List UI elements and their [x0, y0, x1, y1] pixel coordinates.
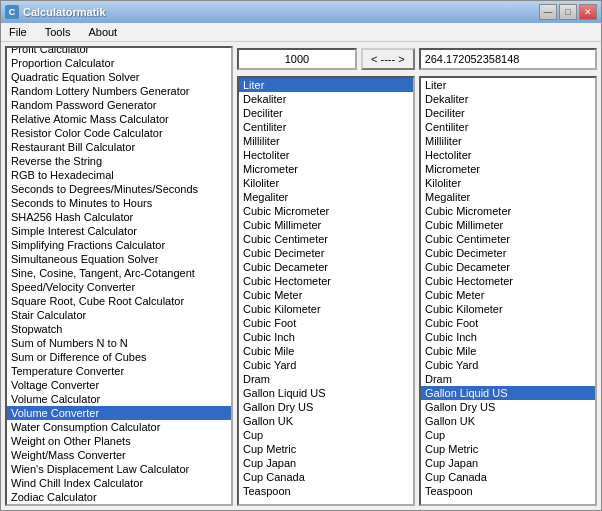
- unit-item-left[interactable]: Centiliter: [239, 120, 413, 134]
- unit-item-right[interactable]: Gallon Liquid US: [421, 386, 595, 400]
- unit-item-right[interactable]: Teaspoon: [421, 484, 595, 498]
- unit-item-left[interactable]: Gallon Dry US: [239, 400, 413, 414]
- unit-item-right[interactable]: Cup Metric: [421, 442, 595, 456]
- unit-item-right[interactable]: Milliliter: [421, 134, 595, 148]
- unit-item-right[interactable]: Micrometer: [421, 162, 595, 176]
- list-item[interactable]: Sine, Cosine, Tangent, Arc-Cotangent: [7, 266, 231, 280]
- unit-item-right[interactable]: Cup: [421, 428, 595, 442]
- list-item[interactable]: Wien's Displacement Law Calculator: [7, 462, 231, 476]
- unit-item-right[interactable]: Cubic Centimeter: [421, 232, 595, 246]
- menu-about[interactable]: About: [84, 25, 121, 39]
- list-item[interactable]: Quadratic Equation Solver: [7, 70, 231, 84]
- unit-item-right[interactable]: Cup Canada: [421, 470, 595, 484]
- unit-item-right[interactable]: Cubic Decameter: [421, 260, 595, 274]
- list-item[interactable]: Water Consumption Calculator: [7, 420, 231, 434]
- unit-item-right[interactable]: Dekaliter: [421, 92, 595, 106]
- unit-item-right[interactable]: Gallon Dry US: [421, 400, 595, 414]
- menu-file[interactable]: File: [5, 25, 31, 39]
- unit-list-left[interactable]: LiterDekaliterDeciliterCentiliterMillili…: [237, 76, 415, 506]
- list-item[interactable]: SHA256 Hash Calculator: [7, 210, 231, 224]
- unit-item-left[interactable]: Cubic Yard: [239, 358, 413, 372]
- unit-item-right[interactable]: Cubic Millimeter: [421, 218, 595, 232]
- unit-item-left[interactable]: Milliliter: [239, 134, 413, 148]
- unit-item-left[interactable]: Liter: [239, 78, 413, 92]
- unit-item-right[interactable]: Liter: [421, 78, 595, 92]
- unit-item-right[interactable]: Gallon UK: [421, 414, 595, 428]
- unit-item-left[interactable]: Cubic Micrometer: [239, 204, 413, 218]
- unit-item-left[interactable]: Teaspoon: [239, 484, 413, 498]
- unit-item-left[interactable]: Cup Canada: [239, 470, 413, 484]
- unit-item-left[interactable]: Kiloliter: [239, 176, 413, 190]
- unit-item-left[interactable]: Cup Metric: [239, 442, 413, 456]
- list-item[interactable]: RGB to Hexadecimal: [7, 168, 231, 182]
- unit-item-left[interactable]: Hectoliter: [239, 148, 413, 162]
- unit-item-right[interactable]: Cubic Kilometer: [421, 302, 595, 316]
- list-item[interactable]: Simplifying Fractions Calculator: [7, 238, 231, 252]
- menu-tools[interactable]: Tools: [41, 25, 75, 39]
- list-item[interactable]: Voltage Converter: [7, 378, 231, 392]
- close-button[interactable]: ✕: [579, 4, 597, 20]
- unit-item-right[interactable]: Cubic Meter: [421, 288, 595, 302]
- unit-item-left[interactable]: Cubic Decimeter: [239, 246, 413, 260]
- unit-item-left[interactable]: Dram: [239, 372, 413, 386]
- maximize-button[interactable]: □: [559, 4, 577, 20]
- unit-item-left[interactable]: Gallon Liquid US: [239, 386, 413, 400]
- unit-item-right[interactable]: Cubic Yard: [421, 358, 595, 372]
- list-item[interactable]: Profit Calculator: [7, 46, 231, 56]
- unit-item-right[interactable]: Cubic Decimeter: [421, 246, 595, 260]
- list-item[interactable]: Volume Converter: [7, 406, 231, 420]
- list-item[interactable]: Weight on Other Planets: [7, 434, 231, 448]
- unit-item-left[interactable]: Deciliter: [239, 106, 413, 120]
- list-item[interactable]: Weight/Mass Converter: [7, 448, 231, 462]
- calculator-list[interactable]: Profit CalculatorProportion CalculatorQu…: [5, 46, 233, 506]
- list-item[interactable]: Relative Atomic Mass Calculator: [7, 112, 231, 126]
- converter-input[interactable]: [237, 48, 357, 70]
- list-item[interactable]: Simultaneous Equation Solver: [7, 252, 231, 266]
- unit-item-right[interactable]: Cup Japan: [421, 456, 595, 470]
- unit-list-right[interactable]: LiterDekaliterDeciliterCentiliterMillili…: [419, 76, 597, 506]
- minimize-button[interactable]: —: [539, 4, 557, 20]
- unit-item-left[interactable]: Cubic Kilometer: [239, 302, 413, 316]
- list-item[interactable]: Zodiac Calculator: [7, 490, 231, 504]
- unit-item-left[interactable]: Cubic Millimeter: [239, 218, 413, 232]
- unit-item-left[interactable]: Megaliter: [239, 190, 413, 204]
- unit-item-right[interactable]: Cubic Foot: [421, 316, 595, 330]
- list-item[interactable]: Stopwatch: [7, 322, 231, 336]
- list-item[interactable]: Temperature Converter: [7, 364, 231, 378]
- list-item[interactable]: Seconds to Degrees/Minutes/Seconds: [7, 182, 231, 196]
- list-item[interactable]: Sum of Numbers N to N: [7, 336, 231, 350]
- unit-item-left[interactable]: Cubic Hectometer: [239, 274, 413, 288]
- unit-item-left[interactable]: Dekaliter: [239, 92, 413, 106]
- unit-item-right[interactable]: Dram: [421, 372, 595, 386]
- unit-item-left[interactable]: Micrometer: [239, 162, 413, 176]
- unit-item-left[interactable]: Cubic Foot: [239, 316, 413, 330]
- list-item[interactable]: Proportion Calculator: [7, 56, 231, 70]
- unit-item-right[interactable]: Cubic Inch: [421, 330, 595, 344]
- list-item[interactable]: Square Root, Cube Root Calculator: [7, 294, 231, 308]
- list-item[interactable]: Volume Calculator: [7, 392, 231, 406]
- list-item[interactable]: Speed/Velocity Converter: [7, 280, 231, 294]
- list-item[interactable]: Sum or Difference of Cubes: [7, 350, 231, 364]
- list-item[interactable]: Seconds to Minutes to Hours: [7, 196, 231, 210]
- list-item[interactable]: Random Lottery Numbers Generator: [7, 84, 231, 98]
- list-item[interactable]: Random Password Generator: [7, 98, 231, 112]
- unit-item-right[interactable]: Hectoliter: [421, 148, 595, 162]
- list-item[interactable]: Restaurant Bill Calculator: [7, 140, 231, 154]
- unit-item-right[interactable]: Cubic Micrometer: [421, 204, 595, 218]
- list-item[interactable]: Resistor Color Code Calculator: [7, 126, 231, 140]
- unit-item-left[interactable]: Cubic Decameter: [239, 260, 413, 274]
- list-item[interactable]: Wind Chill Index Calculator: [7, 476, 231, 490]
- list-item[interactable]: Simple Interest Calculator: [7, 224, 231, 238]
- unit-item-left[interactable]: Gallon UK: [239, 414, 413, 428]
- list-item[interactable]: Reverse the String: [7, 154, 231, 168]
- unit-item-left[interactable]: Cubic Inch: [239, 330, 413, 344]
- unit-item-left[interactable]: Cubic Meter: [239, 288, 413, 302]
- unit-item-right[interactable]: Megaliter: [421, 190, 595, 204]
- unit-item-left[interactable]: Cubic Centimeter: [239, 232, 413, 246]
- unit-item-right[interactable]: Cubic Mile: [421, 344, 595, 358]
- unit-item-right[interactable]: Cubic Hectometer: [421, 274, 595, 288]
- unit-item-right[interactable]: Centiliter: [421, 120, 595, 134]
- list-item[interactable]: Stair Calculator: [7, 308, 231, 322]
- unit-item-right[interactable]: Deciliter: [421, 106, 595, 120]
- unit-item-left[interactable]: Cubic Mile: [239, 344, 413, 358]
